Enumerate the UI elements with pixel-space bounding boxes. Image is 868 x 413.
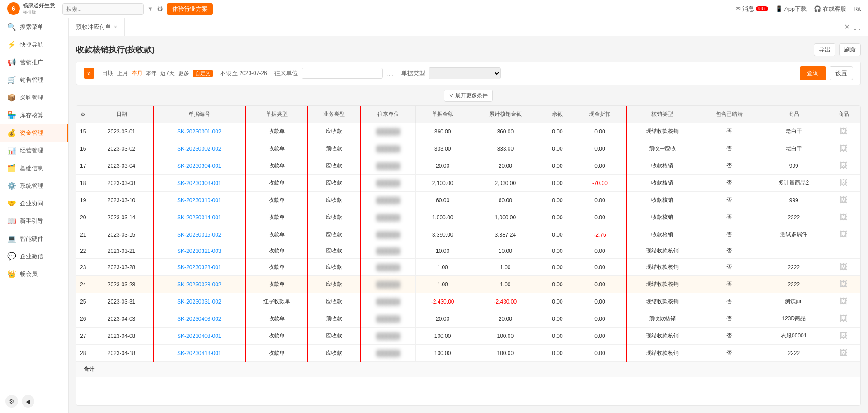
sidebar-label-search: 搜索菜单 [20,23,43,31]
sidebar-item-inventory[interactable]: 🏪库存核算 [0,106,68,124]
cell-goods: 999 [760,157,827,175]
cell-included: 否 [698,175,760,192]
cell-verify-type: 收款核销 [626,226,698,243]
col-amount[interactable]: 单据金额 [415,106,470,123]
partner-input[interactable] [302,68,383,79]
col-balance[interactable]: 余额 [541,106,574,123]
filter-expand-btn[interactable]: » [84,68,94,79]
sidebar-icon-wechat: 💬 [7,252,16,261]
refresh-button[interactable]: 刷新 [839,43,861,56]
logo-area: 6 畅康道好生意 标推版 [7,2,55,15]
sidebar-item-hardware[interactable]: 💻智能硬件 [0,230,68,247]
tab-1[interactable]: 预收冲应付单× [69,18,125,36]
col-bill-no[interactable]: 单据编号 [153,106,245,123]
sidebar-item-finance[interactable]: 💰资金管理 [0,124,68,142]
sidebar-item-quick-nav[interactable]: ⚡快捷导航 [0,36,68,53]
sidebar-item-enterprise[interactable]: 🤝企业协同 [0,195,68,212]
settings-icon-btn[interactable]: ⚙ [5,395,18,408]
bill-no-link[interactable]: SK-20230310-001 [177,197,221,204]
bill-no-link[interactable]: SK-20230331-002 [177,299,221,305]
last-month-link[interactable]: 上月 [117,70,128,77]
custom-date-btn[interactable]: 自定义 [193,70,213,77]
col-verify-type[interactable]: 核销类型 [626,106,698,123]
cell-goods-img: 🖼 [827,140,860,157]
bill-no-link[interactable]: SK-20230418-001 [177,350,221,356]
col-partner[interactable]: 往来单位 [361,106,415,123]
user-info[interactable]: Rit [854,5,861,12]
export-button[interactable]: 导出 [814,43,835,56]
col-goods[interactable]: 商品 [760,106,827,123]
col-bill-type[interactable]: 单据类型 [245,106,308,123]
filter-settings-btn[interactable]: 设置 [830,66,853,80]
bill-no-link[interactable]: SK-20230328-001 [177,264,221,271]
sidebar-item-sales[interactable]: 🛒销售管理 [0,71,68,89]
sidebar-item-purchase[interactable]: 📦采购管理 [0,89,68,106]
bill-no-link[interactable]: SK-20230308-001 [177,180,221,186]
cell-date: 2023-03-31 [90,293,153,310]
online-service-item[interactable]: 🎧 在线客服 [814,5,846,13]
col-discount[interactable]: 现金折扣 [574,106,626,123]
cell-verified: 1.00 [470,259,541,276]
fullscreen-icon[interactable]: ⛶ [854,23,861,31]
col-verified[interactable]: 累计核销金额 [470,106,541,123]
cell-biz-type: 应收款 [308,259,361,276]
cell-included: 否 [698,157,760,175]
sidebar-item-search[interactable]: 🔍搜索菜单 [0,18,68,36]
sidebar-item-basic[interactable]: 🗂️基础信息 [0,159,68,177]
sidebar-item-guide[interactable]: 📖新手引导 [0,212,68,230]
cell-balance: 0.00 [541,345,574,362]
sidebar-item-member[interactable]: 👑畅会员 [0,265,68,283]
sidebar-label-enterprise: 企业协同 [20,199,43,208]
trial-button[interactable]: 体验行业方案 [167,3,213,15]
sidebar-item-wechat[interactable]: 💬企业微信 [0,247,68,265]
bill-type-select[interactable] [429,67,501,79]
cell-balance: 0.00 [541,140,574,157]
bill-no-link[interactable]: SK-20230302-002 [177,146,221,152]
cell-bill-no: SK-20230321-003 [153,243,245,259]
cell-bill-no: SK-20230302-002 [153,140,245,157]
bill-no-link[interactable]: SK-20230301-002 [177,128,221,135]
bill-no-link[interactable]: SK-20230408-001 [177,333,221,339]
cell-verified: 360.00 [470,123,541,140]
cell-included: 否 [698,293,760,310]
this-month-link[interactable]: 本月 [132,69,142,77]
top-search-input[interactable] [62,3,144,15]
col-included[interactable]: 包含已结清 [698,106,760,123]
close-window-icon[interactable]: ✕ [844,23,850,31]
sidebar-item-operations[interactable]: 📊经营管理 [0,142,68,159]
cell-amount: 3,390.00 [415,226,470,243]
cell-partner: ██████ [361,175,415,192]
search-chevron-icon[interactable]: ▼ [147,5,153,12]
cell-partner: ██████ [361,226,415,243]
bill-no-link[interactable]: SK-20230315-002 [177,232,221,238]
col-biz-type[interactable]: 业务类型 [308,106,361,123]
col-date[interactable]: 日期 [90,106,153,123]
this-year-link[interactable]: 本年 [146,70,157,77]
expand-more-conditions-btn[interactable]: ∨ 展开更多条件 [444,90,492,102]
cell-goods-img: 🖼 [827,259,860,276]
last7-link[interactable]: 近7天 [160,70,175,77]
cell-bill-type: 收款单 [245,192,308,209]
gear-icon[interactable]: ⚙ [157,5,163,13]
more-link[interactable]: 更多 [178,70,189,77]
cell-bill-no: SK-20230308-001 [153,175,245,192]
col-goods-img[interactable]: 商品 [827,106,860,123]
sidebar-icon-system: ⚙️ [7,181,16,190]
query-button[interactable]: 查询 [800,66,826,80]
bill-no-link[interactable]: SK-20230304-001 [177,163,221,169]
sidebar-item-marketing[interactable]: 📢营销推广 [0,53,68,71]
collapse-sidebar-btn[interactable]: ◀ [22,395,34,408]
bill-no-link[interactable]: SK-20230314-001 [177,214,221,221]
message-item[interactable]: ✉ 消息 99+ [736,5,768,13]
table-row: 21 2023-03-15 SK-20230315-002 收款单 应收款 ██… [76,226,860,243]
bill-no-link[interactable]: SK-20230403-002 [177,316,221,322]
sidebar-item-system[interactable]: ⚙️系统管理 [0,177,68,195]
col-settings[interactable]: ⚙ [76,106,90,123]
cell-goods-img: 🖼 [827,310,860,328]
app-download-item[interactable]: 📱 App下载 [775,5,807,13]
cell-balance: 0.00 [541,243,574,259]
bill-no-link[interactable]: SK-20230328-002 [177,281,221,288]
cell-no: 20 [76,209,90,226]
tab-close-1[interactable]: × [114,24,117,30]
bill-no-link[interactable]: SK-20230321-003 [177,248,221,254]
